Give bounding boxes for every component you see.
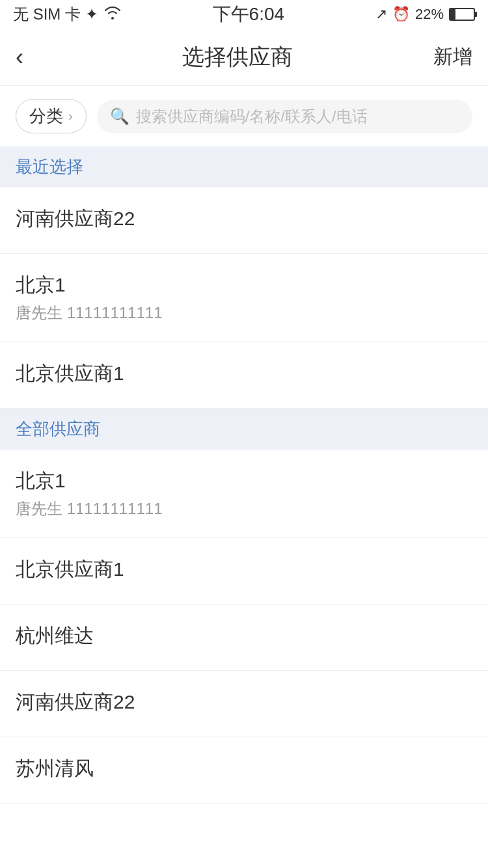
status-time: 下午6:04 [213, 2, 285, 27]
supplier-contact: 唐先生 11111111111 [16, 498, 472, 519]
filter-bar: 分类 › 🔍 搜索供应商编码/名称/联系人/电话 [0, 86, 488, 146]
list-item[interactable]: 河南供应商22 [0, 671, 488, 737]
section-header-recent: 最近选择 [0, 146, 488, 187]
supplier-name: 北京供应商1 [16, 360, 472, 387]
battery-icon [449, 8, 475, 21]
status-right: ↗ ⏰ 22% [375, 6, 475, 23]
supplier-name: 河南供应商22 [16, 206, 472, 232]
list-item[interactable]: 河南供应商22 [0, 187, 488, 254]
supplier-name: 北京供应商1 [16, 556, 472, 583]
location-icon: ↗ [375, 6, 387, 23]
status-left: 无 SIM 卡 ✦ [13, 4, 122, 25]
supplier-contact: 唐先生 11111111111 [16, 303, 472, 323]
sim-label: 无 SIM 卡 ✦ [13, 4, 98, 25]
list-item[interactable]: 杭州维达 [0, 604, 488, 671]
list-item[interactable]: 北京供应商1 [0, 538, 488, 604]
section-header-all: 全部供应商 [0, 409, 488, 450]
supplier-name: 苏州清风 [16, 755, 472, 782]
battery-percent: 22% [415, 6, 444, 23]
add-button[interactable]: 新增 [420, 44, 472, 70]
search-box[interactable]: 🔍 搜索供应商编码/名称/联系人/电话 [97, 100, 472, 133]
supplier-name: 河南供应商22 [16, 689, 472, 716]
supplier-name: 北京1 [16, 468, 472, 495]
back-button[interactable]: ‹ [16, 44, 55, 71]
search-placeholder: 搜索供应商编码/名称/联系人/电话 [136, 106, 368, 127]
list-item[interactable]: 北京1唐先生 11111111111 [0, 450, 488, 538]
supplier-name: 北京1 [16, 272, 472, 299]
supplier-name: 杭州维达 [16, 623, 472, 649]
list-item[interactable]: 北京供应商1 [0, 342, 488, 409]
status-bar: 无 SIM 卡 ✦ 下午6:04 ↗ ⏰ 22% [0, 0, 488, 29]
nav-bar: ‹ 选择供应商 新增 [0, 29, 488, 86]
chevron-right-icon: › [68, 109, 73, 124]
list-item[interactable]: 北京1唐先生 11111111111 [0, 254, 488, 342]
supplier-list: 最近选择河南供应商22北京1唐先生 11111111111北京供应商1全部供应商… [0, 146, 488, 804]
search-icon: 🔍 [110, 107, 129, 126]
alarm-icon: ⏰ [392, 6, 410, 23]
wifi-icon [103, 5, 122, 23]
category-filter[interactable]: 分类 › [16, 99, 87, 133]
category-label: 分类 [29, 105, 63, 128]
list-item[interactable]: 苏州清风 [0, 737, 488, 804]
page-title: 选择供应商 [182, 42, 293, 72]
